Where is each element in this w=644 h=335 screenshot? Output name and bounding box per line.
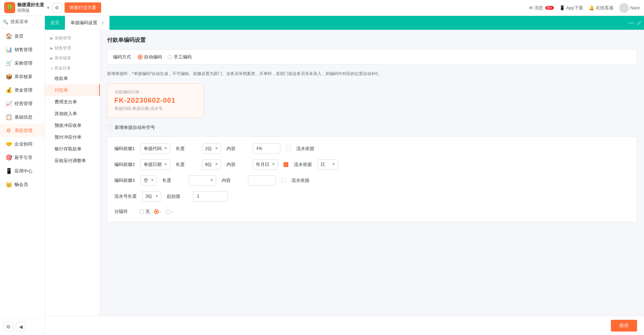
sidebar-item-purchase[interactable]: 🛒 采购管理	[0, 56, 45, 70]
expand-purchase-icon: ▶	[50, 36, 53, 40]
sidebar-item-home[interactable]: 🏠 首页	[0, 29, 45, 43]
sidebar-item-enterprise[interactable]: 🤝 企业协同	[0, 137, 45, 151]
sidebar-item-business[interactable]: 📈 经营管理	[0, 97, 45, 110]
user-info[interactable]: Nare	[619, 3, 640, 13]
save-button[interactable]: 保存	[611, 320, 637, 332]
serial-length-select[interactable]: 3位	[142, 191, 161, 202]
prefix1-select[interactable]: 单据代码	[141, 143, 170, 154]
sidebar-bottom: ⚙ ◀	[0, 318, 45, 335]
sub-menu-group-sales[interactable]: ▶ 销售管理	[45, 43, 100, 53]
message-button[interactable]: ✉ 消息 99+	[529, 5, 554, 11]
home-icon: 🏠	[6, 33, 12, 39]
encode-method-label: 编码方式	[113, 54, 131, 60]
expand-inventory-icon: ▶	[50, 56, 53, 60]
message-badge: 99+	[545, 6, 554, 10]
tab-minimize-icon[interactable]: —	[628, 20, 634, 26]
download-icon: 📱	[559, 5, 565, 10]
content3-input[interactable]	[248, 175, 276, 186]
sub-menu-group-finance[interactable]: ∨ 资金往来	[45, 63, 100, 73]
sidebar-item-sales[interactable]: 📊 销售管理	[0, 43, 45, 56]
stream1-checkbox[interactable]	[286, 146, 291, 151]
sidebar: 🔍 搜索菜单 🏠 首页 📊 销售管理 🛒 采购管理 📦 库存核算 💰	[0, 16, 45, 335]
sep-none-icon	[139, 209, 144, 214]
sidebar-item-guide[interactable]: 🎯 新手引导	[0, 151, 45, 164]
length2-select-wrapper: 8位	[202, 159, 221, 170]
prefix1-label: 编码前缀1	[114, 146, 135, 152]
main-layout: 🔍 搜索菜单 🏠 首页 📊 销售管理 🛒 采购管理 📦 库存核算 💰	[0, 16, 644, 335]
manual-encode-radio[interactable]: 手工编码	[167, 54, 192, 60]
sub-menu-item-receipt[interactable]: 收款单	[45, 73, 100, 84]
length1-select[interactable]: 2位	[202, 143, 221, 154]
auto-encode-radio[interactable]: 自动编码	[138, 54, 162, 60]
online-service-button[interactable]: 🔔 在线客服	[589, 5, 614, 11]
code-example-label: 当前编码示例：	[114, 89, 196, 95]
sub-menu-group-inventory[interactable]: ▶ 库存核算	[45, 53, 100, 63]
tab-expand-icon[interactable]: ⤢	[637, 20, 641, 26]
topbar: 🍀 畅捷通好生意 招商版 ▾ ⚙ 体验行业方案 ✉ 消息 99+ 📱 App下载…	[0, 0, 644, 16]
content3-label: 内容	[222, 177, 242, 184]
purchase-icon: 🛒	[6, 60, 12, 66]
encode-method-section: 编码方式 自动编码 手工编码	[107, 49, 637, 65]
sub-menu-item-other-income[interactable]: 其他收入单	[45, 108, 100, 120]
sub-menu-item-advance-pay[interactable]: 预付冲应付单	[45, 131, 100, 143]
prefix2-label: 编码前缀2	[114, 161, 135, 168]
tab-close-icon[interactable]: ×	[102, 20, 104, 25]
content1-input[interactable]	[253, 143, 280, 154]
sub-menu-item-adjustment[interactable]: 应收应付调整单	[45, 155, 100, 167]
content2-select[interactable]: 年月日	[253, 159, 278, 170]
sep-dot-icon	[154, 209, 159, 214]
separator-label: 分隔符	[114, 208, 135, 215]
business-icon: 📈	[6, 100, 12, 107]
prefix3-select-wrapper: 空	[141, 175, 157, 186]
sep-dot-text: ·	[160, 209, 162, 214]
sidebar-item-member[interactable]: 👑 畅会员	[0, 178, 45, 191]
sub-menu-group-purchase[interactable]: ▶ 采购管理	[45, 32, 100, 43]
sep-none-radio[interactable]: 无	[139, 208, 150, 215]
sep-dot-radio[interactable]: ·	[154, 209, 162, 214]
prefix2-row: 编码前缀2 单据日期 长度 8位 内容	[114, 159, 630, 170]
sub-menu-item-expense[interactable]: 费用支出单	[45, 96, 100, 108]
length3-select-wrapper	[189, 175, 216, 186]
stream2-label: 流水依据	[294, 161, 312, 168]
info-text: 新增单据时，*单据编码*自动生成，不可编辑。前缀设置为部门、业务员等档案类，开单…	[107, 70, 637, 78]
trial-button[interactable]: 体验行业方案	[65, 2, 101, 13]
sidebar-settings-btn[interactable]: ⚙	[3, 322, 13, 332]
service-icon: 🔔	[589, 5, 594, 10]
auto-fill-checkbox[interactable]	[107, 125, 112, 130]
sidebar-item-basic[interactable]: 📋 基础信息	[0, 110, 45, 124]
stream3-checkbox[interactable]	[281, 178, 286, 183]
prefix2-select[interactable]: 单据日期	[141, 159, 170, 170]
sep-dash-radio[interactable]: ·	[166, 209, 173, 214]
brand-text: 畅捷通好生意 招商版	[17, 2, 44, 13]
finance-icon: 💰	[6, 87, 12, 93]
sidebar-item-inventory[interactable]: 📦 库存核算	[0, 70, 45, 83]
stream2-checkbox[interactable]	[283, 162, 288, 167]
prefix1-select-wrapper: 单据代码	[141, 143, 170, 154]
sidebar-item-system[interactable]: ⚙ 系统管理	[0, 124, 45, 137]
length2-select[interactable]: 8位	[202, 159, 221, 170]
code-example-box: 当前编码示例： FK-20230602-001 单据代码-单据日期-流水号	[107, 83, 204, 118]
prefix3-select[interactable]: 空	[141, 175, 157, 186]
dropdown-arrow-icon[interactable]: ▾	[47, 5, 49, 10]
app-download-button[interactable]: 📱 App下载	[559, 5, 583, 11]
sidebar-collapse-btn[interactable]: ◀	[16, 322, 26, 332]
sidebar-item-finance[interactable]: 💰 资金管理	[0, 83, 45, 97]
topbar-left: 🍀 畅捷通好生意 招商版 ▾ ⚙ 体验行业方案	[4, 2, 101, 13]
sidebar-search[interactable]: 🔍 搜索菜单	[0, 16, 45, 28]
sidebar-item-apps[interactable]: 📱 应用中心	[0, 164, 45, 178]
tab-encode-settings[interactable]: 单据编码设置 ×	[65, 16, 109, 30]
serial-length-wrapper: 3位	[142, 191, 161, 202]
start-value-input[interactable]	[193, 191, 228, 202]
stream2-unit-wrapper: 日	[317, 159, 338, 170]
length1-label: 长度	[176, 146, 196, 152]
sub-menu-item-advance-recv[interactable]: 预收冲应收单	[45, 120, 100, 131]
stream2-unit-select[interactable]: 日	[317, 159, 338, 170]
length3-select[interactable]	[189, 175, 216, 186]
content2-select-wrapper: 年月日	[253, 159, 278, 170]
sidebar-nav: 🏠 首页 📊 销售管理 🛒 采购管理 📦 库存核算 💰 资金管理 📈 经	[0, 28, 45, 318]
inventory-icon: 📦	[6, 73, 12, 80]
sub-menu-item-payment[interactable]: 付款单	[45, 84, 100, 96]
sub-menu-item-bank[interactable]: 银行存取款单	[45, 143, 100, 155]
tab-home[interactable]: 首页	[45, 16, 65, 30]
settings-button[interactable]: ⚙	[52, 3, 62, 12]
